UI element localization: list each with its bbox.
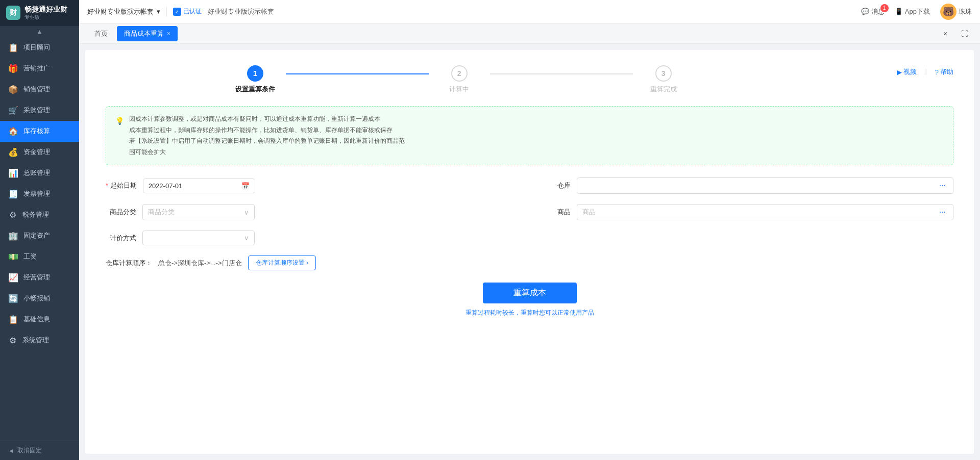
category-label: 商品分类 — [106, 208, 136, 217]
user-avatar-action[interactable]: 🐻 珠珠 — [940, 4, 972, 20]
recalc-label: 重算成本 — [513, 288, 546, 297]
pricing-label: 计价方式 — [106, 234, 136, 243]
pricing-select[interactable]: ∨ — [142, 231, 255, 245]
sidebar-scroll-up[interactable]: ▲ — [0, 26, 79, 37]
tabbar: 首页 商品成本重算 × × ⛶ — [79, 23, 980, 44]
main-area: 好业财专业版演示帐套 ▾ ✓ 已认证 好业财专业版演示帐套 💬 消息 1 📱 A… — [79, 0, 980, 460]
sidebar-item-payroll[interactable]: 💵 工资 — [0, 246, 79, 267]
sidebar-item-account[interactable]: 📊 总账管理 — [0, 163, 79, 184]
sidebar-item-label: 固定资产 — [23, 231, 50, 240]
app-download-action[interactable]: 📱 App下载 — [895, 7, 930, 16]
message-icon: 💬 — [861, 8, 869, 15]
help-link[interactable]: ? 帮助 — [935, 67, 953, 76]
sidebar-item-basic[interactable]: 📋 基础信息 — [0, 309, 79, 330]
sales-icon: 📦 — [8, 85, 18, 94]
invoice-icon: 🧾 — [8, 189, 18, 199]
category-select[interactable]: 商品分类 ∨ — [142, 204, 255, 220]
warehouse-order-value: 总仓->深圳仓库->...->门店仓 — [158, 259, 242, 268]
warehouse-input[interactable]: ··· — [577, 177, 954, 194]
tab-close-icon[interactable]: × — [167, 30, 170, 37]
warehouse-ellipsis-icon[interactable]: ··· — [937, 181, 948, 190]
purchase-icon: 🛒 — [8, 106, 18, 115]
payroll-icon: 💵 — [8, 252, 18, 262]
sidebar-item-invoice[interactable]: 🧾 发票管理 — [0, 184, 79, 205]
product-ellipsis-icon[interactable]: ··· — [937, 208, 948, 217]
dashboard-icon: 📋 — [8, 43, 18, 53]
message-action[interactable]: 💬 消息 1 — [861, 7, 885, 16]
fullscreen-button[interactable]: ⛶ — [958, 27, 972, 41]
operations-icon: 📈 — [8, 273, 18, 283]
account-icon: 📊 — [8, 168, 18, 178]
info-line-1: 因成本计算参数调整，或是对商品成本有疑问时，可以通过成本重算功能，重新计算一遍成… — [129, 114, 405, 125]
sidebar-item-expense[interactable]: 🔄 小畅报销 — [0, 288, 79, 309]
shield-icon: ✓ — [173, 8, 181, 16]
help-icon: ? — [935, 68, 939, 76]
help-divider: | — [925, 67, 926, 75]
video-link[interactable]: ▶ 视频 — [897, 67, 917, 76]
form-row-3: 计价方式 ∨ — [106, 231, 953, 245]
sidebar-item-label: 工资 — [23, 252, 37, 261]
unpin-icon: ◄ — [8, 447, 14, 454]
start-date-input[interactable]: 2022-07-01 📅 — [143, 178, 255, 193]
tax-icon: ⚙ — [8, 210, 17, 220]
sidebar-item-inventory[interactable]: 🏠 库存核算 — [0, 121, 79, 142]
step-1: 1 设置重算条件 — [225, 65, 286, 94]
tab-recalc[interactable]: 商品成本重算 × — [117, 26, 178, 41]
app-label: App下载 — [905, 7, 930, 16]
sidebar-item-dashboard[interactable]: 📋 项目顾问 — [0, 37, 79, 58]
sidebar-item-label: 经营管理 — [23, 273, 50, 282]
logo-name: 畅捷通好业财 — [24, 5, 67, 14]
sidebar-item-operations[interactable]: 📈 经营管理 — [0, 267, 79, 288]
step-3-label: 重算完成 — [650, 85, 677, 94]
recalc-button[interactable]: 重算成本 — [483, 283, 577, 303]
tabbar-actions: × ⛶ — [938, 27, 972, 41]
pricing-field: 计价方式 ∨ — [106, 231, 520, 245]
verified-label: 已认证 — [183, 7, 202, 16]
sidebar-item-purchase[interactable]: 🛒 采购管理 — [0, 100, 79, 121]
inventory-icon: 🏠 — [8, 126, 18, 136]
category-field: 商品分类 商品分类 ∨ — [106, 204, 520, 220]
sidebar-unpin[interactable]: ◄ 取消固定 — [0, 441, 79, 460]
topbar-right: 💬 消息 1 📱 App下载 🐻 珠珠 — [861, 4, 972, 20]
topbar-divider — [166, 7, 167, 17]
sidebar-item-label: 发票管理 — [23, 189, 50, 198]
info-line-2: 成本重算过程中，影响库存账的操作均不能操作，比如进货单、销货单、库存单据不能审核… — [129, 125, 405, 136]
tab-recalc-label: 商品成本重算 — [124, 29, 164, 38]
assets-icon: 🏢 — [8, 231, 18, 241]
start-date-label: 起始日期 — [106, 181, 137, 190]
step-3: 3 重算完成 — [633, 65, 694, 94]
sidebar-item-label: 采购管理 — [23, 106, 50, 115]
account-name: 好业财专业版演示帐套 — [87, 7, 154, 16]
step-2: 2 计算中 — [429, 65, 490, 94]
info-line-3: 若【系统设置】中启用了自动调整记账日期时，会调整入库单的整单记账日期，因此重新计… — [129, 136, 405, 147]
unpin-label: 取消固定 — [17, 446, 42, 455]
avatar: 🐻 — [940, 4, 957, 20]
product-label: 商品 — [540, 208, 571, 217]
account-selector[interactable]: 好业财专业版演示帐套 ▾ — [87, 7, 160, 16]
sidebar-nav: 📋 项目顾问 🎁 营销推广 📦 销售管理 🛒 采购管理 🏠 库存核算 💰 资金管… — [0, 37, 79, 441]
calendar-icon[interactable]: 📅 — [241, 182, 250, 190]
sidebar-item-assets[interactable]: 🏢 固定资产 — [0, 225, 79, 246]
account-dropdown-icon[interactable]: ▾ — [157, 8, 160, 15]
product-field: 商品 商品 ··· — [540, 204, 954, 220]
sidebar-item-sales[interactable]: 📦 销售管理 — [0, 79, 79, 100]
warehouse-order-setting-button[interactable]: 仓库计算顺序设置 › — [248, 255, 316, 270]
sidebar-item-marketing[interactable]: 🎁 营销推广 — [0, 58, 79, 79]
sidebar-item-label: 总账管理 — [23, 168, 50, 177]
message-badge: 1 — [880, 4, 889, 12]
category-placeholder: 商品分类 — [148, 208, 175, 217]
product-input[interactable]: 商品 ··· — [577, 204, 954, 220]
help-label: 帮助 — [940, 67, 953, 76]
sidebar-item-label: 小畅报销 — [23, 294, 50, 303]
step-1-label: 设置重算条件 — [235, 85, 275, 94]
logo-edition: 专业版 — [24, 14, 67, 21]
form-row-1: 起始日期 2022-07-01 📅 仓库 ··· — [106, 177, 953, 194]
tab-home[interactable]: 首页 — [87, 26, 115, 41]
sidebar-item-label: 销售管理 — [23, 85, 50, 94]
sidebar-item-finance[interactable]: 💰 资金管理 — [0, 142, 79, 163]
sidebar-item-tax[interactable]: ⚙ 税务管理 — [0, 205, 79, 225]
sidebar-item-system[interactable]: ⚙ 系统管理 — [0, 330, 79, 351]
close-window-button[interactable]: × — [938, 27, 952, 41]
video-label: 视频 — [903, 67, 917, 76]
warehouse-order-label: 仓库计算顺序： — [106, 259, 152, 268]
